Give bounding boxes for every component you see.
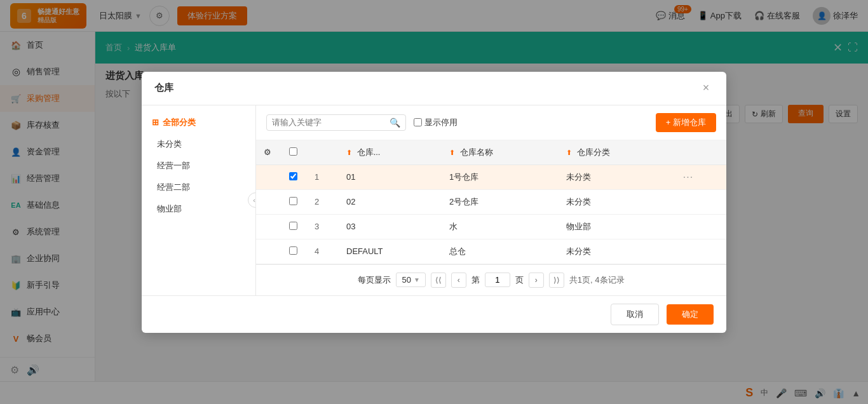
select-all-checkbox[interactable] <box>289 147 297 156</box>
row-num-cell: 4 <box>307 239 339 264</box>
sort-icon-name: ⬆ <box>449 149 455 156</box>
row-name-cell: 2号仓库 <box>442 189 559 214</box>
row-gear-cell <box>256 165 281 189</box>
search-box: 🔍 <box>266 114 406 131</box>
modal-close-button[interactable]: × <box>698 81 714 96</box>
next-page-btn[interactable]: › <box>529 273 544 288</box>
row-gear-cell <box>256 214 281 239</box>
page-size-arrow: ▼ <box>414 276 420 283</box>
row-code-cell: 01 <box>339 165 442 189</box>
row-gear-cell <box>256 239 281 264</box>
col-header-code[interactable]: ⬆ 仓库... <box>339 140 442 165</box>
category-item-property[interactable]: 物业部 <box>142 198 255 220</box>
data-table: ⚙ ⬆ 仓库... <box>256 140 726 264</box>
row-num-cell: 2 <box>307 189 339 214</box>
row-checkbox[interactable] <box>289 197 297 205</box>
row-category-cell: 物业部 <box>559 214 675 239</box>
row-actions-cell <box>675 239 726 264</box>
category-item-dept1[interactable]: 经营一部 <box>142 155 255 177</box>
pagination: 每页显示 50 ▼ ⟨⟨ ‹ 第 页 › ⟩⟩ 共1页, 4条记录 <box>256 264 726 295</box>
first-page-btn[interactable]: ⟨⟨ <box>431 273 446 288</box>
sort-icon-category: ⬆ <box>566 149 572 156</box>
search-input[interactable] <box>272 118 390 127</box>
row-actions-cell: ··· <box>675 165 726 189</box>
row-gear-cell <box>256 189 281 214</box>
prev-page-btn[interactable]: ‹ <box>451 273 466 288</box>
row-check-cell[interactable] <box>281 214 307 239</box>
col-header-check <box>281 140 307 165</box>
sort-icon-code: ⬆ <box>346 149 352 156</box>
row-code-cell: 02 <box>339 189 442 214</box>
page-size-select[interactable]: 50 ▼ <box>396 273 425 287</box>
col-header-category[interactable]: ⬆ 仓库分类 <box>559 140 675 165</box>
category-item-uncat[interactable]: 未分类 <box>142 133 255 155</box>
modal-header: 仓库 × <box>142 72 726 105</box>
confirm-button[interactable]: 确定 <box>667 304 714 325</box>
row-actions-cell <box>675 214 726 239</box>
table-toolbar: 🔍 显示停用 + 新增仓库 <box>256 105 726 140</box>
search-icon[interactable]: 🔍 <box>390 118 400 128</box>
col-header-num <box>307 140 339 165</box>
page-number-input[interactable] <box>485 273 510 287</box>
all-categories-item[interactable]: ⊞ 全部分类 <box>142 112 255 133</box>
row-dots-icon[interactable]: ··· <box>683 172 693 182</box>
table-row[interactable]: 1 01 1号仓库 未分类 ··· <box>256 165 726 189</box>
last-page-btn[interactable]: ⟩⟩ <box>549 273 564 288</box>
row-code-cell: 03 <box>339 214 442 239</box>
row-check-cell[interactable] <box>281 189 307 214</box>
warehouse-modal: 仓库 × ⊞ 全部分类 未分类 经营一部 经营二部 物业部 <box>142 72 726 333</box>
row-checkbox[interactable] <box>289 246 297 255</box>
show-disabled-checkbox[interactable] <box>414 118 422 126</box>
category-item-dept2[interactable]: 经营二部 <box>142 177 255 198</box>
modal-body: ⊞ 全部分类 未分类 经营一部 经营二部 物业部 ‹‹ <box>142 105 726 295</box>
table-row[interactable]: 4 DEFAULT 总仓 未分类 <box>256 239 726 264</box>
cancel-button[interactable]: 取消 <box>611 304 659 325</box>
gear-icon: ⚙ <box>264 147 271 157</box>
row-check-cell[interactable] <box>281 239 307 264</box>
row-check-cell[interactable] <box>281 165 307 189</box>
row-name-cell: 1号仓库 <box>442 165 559 189</box>
table-panel: 🔍 显示停用 + 新增仓库 <box>256 105 726 295</box>
row-name-cell: 水 <box>442 214 559 239</box>
grid-icon: ⊞ <box>152 118 159 127</box>
row-category-cell: 未分类 <box>559 239 675 264</box>
col-header-gear[interactable]: ⚙ <box>256 140 281 165</box>
row-num-cell: 1 <box>307 165 339 189</box>
modal-footer: 取消 确定 <box>142 295 726 333</box>
row-code-cell: DEFAULT <box>339 239 442 264</box>
modal-title: 仓库 <box>154 82 173 94</box>
col-header-actions <box>675 140 726 165</box>
row-actions-cell <box>675 189 726 214</box>
row-num-cell: 3 <box>307 214 339 239</box>
modal-overlay: 仓库 × ⊞ 全部分类 未分类 经营一部 经营二部 物业部 <box>0 0 868 404</box>
row-name-cell: 总仓 <box>442 239 559 264</box>
row-checkbox[interactable] <box>289 222 297 230</box>
category-panel: ⊞ 全部分类 未分类 经营一部 经营二部 物业部 ‹‹ <box>142 105 256 295</box>
col-header-name[interactable]: ⬆ 仓库名称 <box>442 140 559 165</box>
show-disabled-row: 显示停用 <box>414 117 458 128</box>
row-category-cell: 未分类 <box>559 165 675 189</box>
table-row[interactable]: 3 03 水 物业部 <box>256 214 726 239</box>
table-row[interactable]: 2 02 2号仓库 未分类 <box>256 189 726 214</box>
add-warehouse-btn[interactable]: + 新增仓库 <box>656 113 716 132</box>
row-category-cell: 未分类 <box>559 189 675 214</box>
row-checkbox[interactable] <box>289 172 297 180</box>
